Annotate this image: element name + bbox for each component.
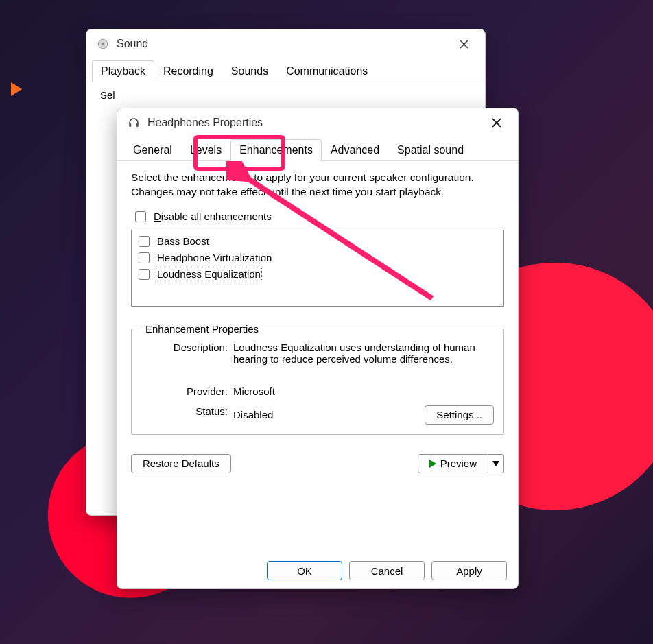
- headphones-icon: [127, 116, 141, 130]
- enhancement-item-loudness-equalization[interactable]: Loudness Equalization: [136, 266, 499, 283]
- disable-all-enhancements[interactable]: Disable all enhancements: [132, 209, 503, 224]
- enhancements-content: Select the enhancements to apply for you…: [117, 161, 518, 486]
- sound-tab-sounds[interactable]: Sounds: [222, 60, 277, 82]
- enhancement-label: Headphone Virtualization: [157, 252, 272, 263]
- ok-button[interactable]: OK: [267, 561, 342, 580]
- speaker-icon: [96, 37, 110, 51]
- enhancement-checkbox[interactable]: [139, 252, 150, 263]
- sound-tab-playback[interactable]: Playback: [92, 60, 154, 82]
- enhancement-label: Bass Boost: [157, 235, 209, 247]
- prop-description-label: Description:: [141, 342, 230, 353]
- play-icon: [429, 460, 436, 468]
- enhancement-checkbox[interactable]: [139, 236, 150, 247]
- prop-status-label: Status:: [141, 405, 230, 417]
- enhancement-properties-group: Enhancement Properties Description: Loud…: [131, 323, 504, 435]
- wallpaper-accent-shape: [11, 82, 22, 96]
- settings-button[interactable]: Settings...: [425, 405, 494, 425]
- preview-dropdown-button[interactable]: [488, 454, 504, 473]
- sound-titlebar[interactable]: Sound: [86, 29, 485, 58]
- props-tab-spatial[interactable]: Spatial sound: [388, 139, 473, 161]
- restore-defaults-button[interactable]: Restore Defaults: [131, 454, 231, 473]
- props-tab-general[interactable]: General: [124, 139, 181, 161]
- sound-content-area: Sel: [86, 82, 485, 108]
- enhancements-description: Select the enhancements to apply for you…: [131, 171, 504, 200]
- chevron-down-icon: [492, 461, 499, 466]
- props-tab-levels[interactable]: Levels: [181, 139, 230, 161]
- svg-rect-2: [129, 123, 131, 127]
- sound-title-text: Sound: [117, 38, 148, 50]
- props-title-text: Headphones Properties: [147, 117, 263, 129]
- props-tab-advanced[interactable]: Advanced: [322, 139, 388, 161]
- sound-tab-recording[interactable]: Recording: [154, 60, 222, 82]
- enhancement-item-headphone-virtualization[interactable]: Headphone Virtualization: [136, 250, 499, 266]
- props-tabs: General Levels Enhancements Advanced Spa…: [117, 139, 518, 161]
- props-tab-enhancements[interactable]: Enhancements: [230, 139, 322, 161]
- svg-rect-3: [136, 123, 139, 127]
- headphones-properties-window: Headphones Properties General Levels Enh…: [117, 108, 519, 589]
- sound-tabs: Playback Recording Sounds Communications: [86, 60, 485, 82]
- props-titlebar[interactable]: Headphones Properties: [117, 108, 518, 137]
- dialog-footer: OK Cancel Apply: [117, 561, 518, 580]
- apply-button[interactable]: Apply: [431, 561, 507, 580]
- preview-split-button[interactable]: Preview: [418, 454, 504, 473]
- cancel-button[interactable]: Cancel: [349, 561, 425, 580]
- sound-close-button[interactable]: [449, 34, 478, 54]
- restore-label: Restore Defaults: [143, 457, 219, 469]
- svg-point-1: [102, 43, 105, 46]
- disable-all-label: Disable all enhancements: [154, 211, 272, 222]
- enhancement-label: Loudness Equalization: [157, 268, 261, 280]
- enhancement-item-bass-boost[interactable]: Bass Boost: [136, 233, 499, 250]
- prop-status-value: Disabled: [233, 409, 273, 420]
- enhancements-list[interactable]: Bass Boost Headphone Virtualization Loud…: [131, 230, 504, 307]
- disable-all-checkbox[interactable]: [135, 211, 146, 222]
- sound-partial-text: Sel: [100, 89, 115, 101]
- desktop-background: Sound Playback Recording Sounds Communic…: [0, 0, 653, 644]
- prop-provider-label: Provider:: [141, 385, 230, 397]
- sound-tab-communications[interactable]: Communications: [277, 60, 377, 82]
- prop-description-value: Loudness Equalization uses understanding…: [233, 342, 494, 365]
- preview-button[interactable]: Preview: [418, 454, 488, 473]
- preview-label: Preview: [440, 457, 477, 469]
- enhancement-checkbox[interactable]: [139, 269, 150, 280]
- prop-provider-value: Microsoft: [233, 385, 494, 397]
- enhancement-properties-legend: Enhancement Properties: [141, 323, 263, 335]
- props-close-button[interactable]: [482, 112, 511, 133]
